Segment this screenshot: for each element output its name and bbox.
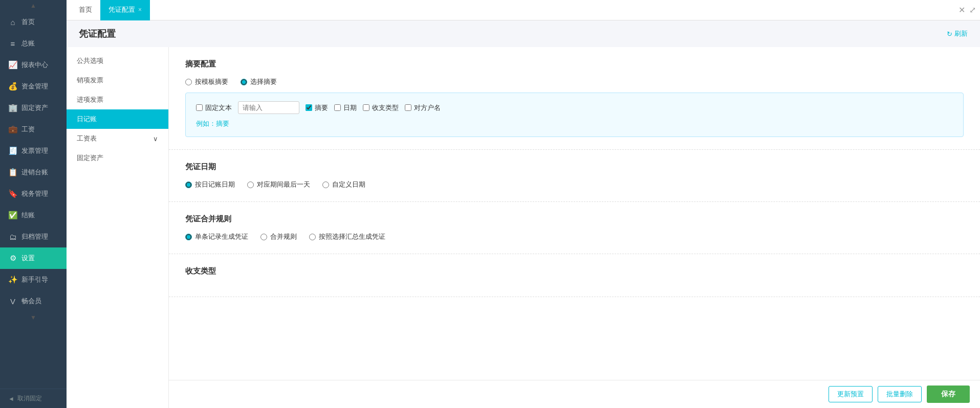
radio-merge-rule-input[interactable]: [260, 234, 267, 240]
voucher-date-radio-group: 按日记账日期 对应期间最后一天 自定义日期: [185, 180, 964, 189]
sidebar-scroll-down[interactable]: ▼: [0, 312, 67, 323]
tab-controls: ✕ ⤢: [959, 5, 976, 15]
sidebar-item-checkout[interactable]: ✅ 结账: [0, 205, 67, 226]
summary-radio-group: 按模板摘要 选择摘要: [185, 77, 964, 86]
left-nav-purchase-invoice[interactable]: 进项发票: [67, 90, 168, 109]
right-content: 摘要配置 按模板摘要 选择摘要: [169, 47, 980, 408]
salary-icon: 💼: [8, 125, 17, 134]
assets-icon: 🏢: [8, 103, 17, 112]
reports-icon: 📈: [8, 60, 17, 70]
radio-by-journal-date[interactable]: 按日记账日期: [185, 180, 235, 189]
radio-by-period-last-input[interactable]: [247, 182, 254, 188]
left-nav-payroll[interactable]: 工资表 ∨: [67, 129, 168, 148]
sidebar-item-salary[interactable]: 💼 工资: [0, 119, 67, 140]
left-nav-sales-invoice[interactable]: 销项发票: [67, 71, 168, 90]
sidebar-item-purchase-sales[interactable]: 📋 进销台账: [0, 162, 67, 183]
sidebar-item-reports[interactable]: 📈 报表中心: [0, 54, 67, 76]
radio-custom-date-input[interactable]: [322, 182, 329, 188]
sidebar-item-guide[interactable]: ✨ 新手引导: [0, 269, 67, 290]
summary-row: 固定文本 摘要 日期: [196, 101, 953, 114]
radio-select-summary[interactable]: 选择摘要: [241, 77, 277, 86]
sidebar-item-assets[interactable]: 🏢 固定资产: [0, 97, 67, 119]
invoice-icon: 🧾: [8, 146, 17, 155]
left-nav-fixed-assets[interactable]: 固定资产: [67, 148, 168, 168]
refresh-button[interactable]: ↻ 刷新: [947, 29, 968, 38]
settings-icon: ⚙: [8, 254, 17, 263]
purchase-sales-icon: 📋: [8, 168, 17, 177]
merge-rule-title: 凭证合并规则: [185, 214, 964, 224]
radio-single-record-input[interactable]: [185, 234, 192, 240]
radio-template-summary[interactable]: 按模板摘要: [185, 77, 228, 86]
bottom-action-bar: 更新预置 批量删除 保存: [169, 380, 980, 408]
sidebar-item-invoice[interactable]: 🧾 发票管理: [0, 140, 67, 162]
sidebar-item-archive[interactable]: 🗂 归档管理: [0, 226, 67, 247]
ledger-icon: ≡: [8, 39, 17, 48]
chevron-down-icon: ∨: [153, 135, 158, 143]
radio-single-record[interactable]: 单条记录生成凭证: [185, 232, 248, 241]
radio-template-summary-input[interactable]: [185, 79, 192, 85]
page-title: 凭证配置: [79, 28, 116, 40]
radio-custom-date[interactable]: 自定义日期: [322, 180, 365, 189]
checkbox-income-type[interactable]: 收支类型: [363, 103, 399, 112]
checkbox-counterpart-input[interactable]: [405, 104, 411, 111]
radio-select-summary-input[interactable]: [241, 79, 247, 85]
checkbox-date[interactable]: 日期: [334, 103, 357, 112]
update-preview-button[interactable]: 更新预置: [829, 386, 873, 402]
tax-icon: 🔖: [8, 189, 17, 198]
merge-rule-section: 凭证合并规则 单条记录生成凭证 合并规则 按照选择汇总生成凭证: [169, 202, 980, 254]
example-text: 例如：摘要: [196, 119, 953, 128]
page-header: 凭证配置 ↻ 刷新: [67, 20, 980, 47]
tab-close-icon[interactable]: ×: [138, 6, 142, 13]
radio-by-journal-date-input[interactable]: [185, 182, 192, 188]
left-nav: 公共选项 销项发票 进项发票 日记账 工资表 ∨ 固定资产: [67, 47, 169, 408]
radio-by-select-summary[interactable]: 按照选择汇总生成凭证: [309, 232, 385, 241]
inner-layout: 公共选项 销项发票 进项发票 日记账 工资表 ∨ 固定资产: [67, 47, 980, 408]
sidebar-item-ledger[interactable]: ≡ 总账: [0, 33, 67, 54]
sidebar-item-vip[interactable]: V 畅会员: [0, 290, 67, 312]
main-area: 首页 凭证配置 × ✕ ⤢ 凭证配置 ↻ 刷新 公共选项: [67, 0, 980, 408]
tab-bar: 首页 凭证配置 × ✕ ⤢: [67, 0, 980, 20]
summary-config-title: 摘要配置: [185, 59, 964, 69]
checkbox-fixed-text[interactable]: 固定文本: [196, 103, 232, 112]
voucher-date-title: 凭证日期: [185, 162, 964, 172]
tab-voucher-config[interactable]: 凭证配置 ×: [100, 0, 150, 20]
close-window-icon[interactable]: ✕: [959, 5, 965, 15]
pin-icon: ◄: [8, 395, 14, 402]
content-area: 凭证配置 ↻ 刷新 公共选项 销项发票 进项发票 日记账: [67, 20, 980, 408]
sidebar-item-fund[interactable]: 💰 资金管理: [0, 76, 67, 97]
guide-icon: ✨: [8, 275, 17, 284]
voucher-date-section: 凭证日期 按日记账日期 对应期间最后一天 自定义日期: [169, 150, 980, 202]
archive-icon: 🗂: [8, 233, 17, 241]
sidebar-item-settings[interactable]: ⚙ 设置: [0, 247, 67, 269]
sidebar-scroll-up[interactable]: ▲: [0, 0, 67, 11]
sidebar-item-tax[interactable]: 🔖 税务管理: [0, 183, 67, 205]
sidebar-item-home[interactable]: ⌂ 首页: [0, 11, 67, 33]
summary-config-box: 固定文本 摘要 日期: [185, 93, 964, 137]
fund-icon: 💰: [8, 82, 17, 91]
checkbox-income-type-input[interactable]: [363, 104, 369, 111]
batch-delete-button[interactable]: 批量删除: [878, 386, 922, 402]
cancel-fixed-button[interactable]: ◄ 取消固定: [0, 389, 67, 408]
checkbox-summary-input[interactable]: [306, 104, 312, 111]
radio-by-period-last[interactable]: 对应期间最后一天: [247, 180, 310, 189]
vip-icon: V: [8, 297, 17, 306]
left-nav-journal[interactable]: 日记账: [67, 109, 168, 129]
tab-home[interactable]: 首页: [71, 0, 100, 20]
save-button[interactable]: 保存: [927, 386, 970, 403]
checkbox-date-input[interactable]: [334, 104, 341, 111]
checkbox-fixed-text-input[interactable]: [196, 104, 203, 111]
radio-merge-rule[interactable]: 合并规则: [260, 232, 297, 241]
fixed-text-input[interactable]: [238, 101, 299, 114]
radio-by-select-summary-input[interactable]: [309, 234, 316, 240]
left-nav-public-options[interactable]: 公共选项: [67, 51, 168, 71]
checkout-icon: ✅: [8, 211, 17, 220]
resize-window-icon[interactable]: ⤢: [969, 5, 976, 15]
summary-config-section: 摘要配置 按模板摘要 选择摘要: [169, 47, 980, 150]
merge-rule-radio-group: 单条记录生成凭证 合并规则 按照选择汇总生成凭证: [185, 232, 964, 241]
checkbox-summary[interactable]: 摘要: [306, 103, 328, 112]
refresh-icon: ↻: [947, 30, 952, 38]
income-expense-title: 收支类型: [185, 266, 964, 276]
sidebar: ▲ ⌂ 首页 ≡ 总账 📈 报表中心 💰 资金管理 🏢 固定资产 💼 工资 🧾 …: [0, 0, 67, 408]
checkbox-counterpart[interactable]: 对方户名: [405, 103, 441, 112]
home-icon: ⌂: [8, 18, 17, 27]
